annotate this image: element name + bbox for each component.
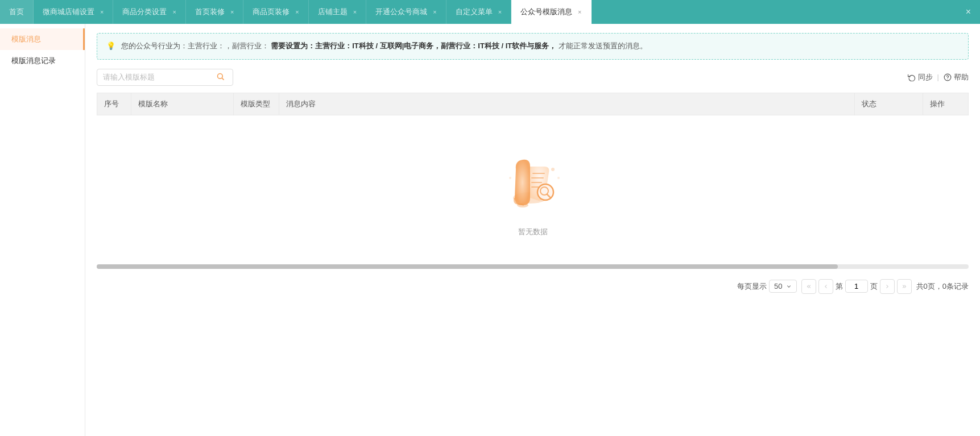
svg-point-12 bbox=[551, 168, 555, 171]
toolbar-right: 同步 | 帮助 bbox=[908, 72, 969, 82]
page-size-select: 每页显示 50 bbox=[737, 280, 796, 293]
notice-icon: 💡 bbox=[106, 41, 115, 50]
empty-icon bbox=[499, 150, 567, 218]
main-layout: 模版消息 模版消息记录 💡 您的公众号行业为：主营行业：，副营行业： 需要设置为… bbox=[0, 24, 980, 436]
col-seq: 序号 bbox=[97, 93, 131, 115]
page-info: 共0页，0条记录 bbox=[916, 281, 969, 292]
col-action: 操作 bbox=[923, 93, 969, 115]
help-button[interactable]: 帮助 bbox=[944, 72, 969, 82]
global-close-button[interactable]: × bbox=[957, 7, 980, 17]
page-nav: 第 页 bbox=[801, 279, 912, 294]
search-input-wrap bbox=[97, 69, 233, 86]
empty-text: 暂无数据 bbox=[518, 227, 548, 237]
close-icon[interactable]: × bbox=[172, 9, 176, 15]
close-icon[interactable]: × bbox=[433, 9, 436, 15]
close-icon[interactable]: × bbox=[230, 9, 234, 15]
toolbar-divider: | bbox=[937, 73, 939, 81]
close-icon[interactable]: × bbox=[353, 9, 357, 15]
tab-home-decor[interactable]: 首页装修 × bbox=[186, 0, 243, 24]
sidebar-item-template-msg[interactable]: 模版消息 bbox=[0, 28, 85, 50]
search-input[interactable] bbox=[103, 73, 214, 81]
tab-open-mall[interactable]: 开通公众号商城 × bbox=[366, 0, 446, 24]
close-icon[interactable]: × bbox=[578, 9, 581, 15]
search-button[interactable] bbox=[214, 72, 227, 82]
page-size-dropdown[interactable]: 50 bbox=[769, 280, 796, 293]
svg-point-13 bbox=[557, 177, 560, 179]
col-content: 消息内容 bbox=[279, 93, 855, 115]
notice-banner: 💡 您的公众号行业为：主营行业：，副营行业： 需要设置为：主营行业：IT科技 /… bbox=[97, 33, 969, 60]
sidebar: 模版消息 模版消息记录 bbox=[0, 24, 85, 436]
table-scroll-thumb[interactable] bbox=[97, 264, 838, 269]
col-type: 模版类型 bbox=[234, 93, 279, 115]
table-scroll-bar[interactable] bbox=[97, 264, 969, 269]
tab-home[interactable]: 首页 bbox=[0, 0, 34, 24]
sync-button[interactable]: 同步 bbox=[908, 72, 933, 82]
pagination: 每页显示 50 bbox=[97, 273, 969, 300]
table-header-row: 序号 模版名称 模版类型 消息内容 状态 操作 bbox=[97, 93, 969, 115]
tab-category-setting[interactable]: 商品分类设置 × bbox=[113, 0, 185, 24]
close-icon[interactable]: × bbox=[295, 9, 299, 15]
tab-template-msg[interactable]: 公众号模版消息 × bbox=[511, 0, 591, 24]
svg-point-15 bbox=[517, 203, 528, 207]
data-table: 序号 模版名称 模版类型 消息内容 状态 操作 bbox=[97, 93, 969, 115]
tab-custom-menu[interactable]: 自定义菜单 × bbox=[446, 0, 511, 24]
next-page-button[interactable] bbox=[880, 279, 895, 294]
tab-product-decor[interactable]: 商品页装修 × bbox=[243, 0, 308, 24]
first-page-button[interactable] bbox=[801, 279, 816, 294]
tab-store-theme[interactable]: 店铺主题 × bbox=[309, 0, 366, 24]
svg-point-14 bbox=[509, 177, 511, 179]
page-input[interactable] bbox=[845, 280, 868, 293]
col-name: 模版名称 bbox=[131, 93, 234, 115]
empty-state: 暂无数据 bbox=[97, 115, 969, 260]
last-page-button[interactable] bbox=[897, 279, 912, 294]
tab-bar: 首页 微商城店铺设置 × 商品分类设置 × 首页装修 × 商品页装修 × 店铺主… bbox=[0, 0, 980, 24]
close-icon[interactable]: × bbox=[100, 9, 104, 15]
sidebar-item-template-msg-log[interactable]: 模版消息记录 bbox=[0, 50, 85, 72]
col-status: 状态 bbox=[855, 93, 923, 115]
tab-shop-setting[interactable]: 微商城店铺设置 × bbox=[34, 0, 113, 24]
prev-page-button[interactable] bbox=[818, 279, 833, 294]
close-icon[interactable]: × bbox=[498, 9, 502, 15]
search-bar: 同步 | 帮助 bbox=[97, 69, 969, 86]
svg-line-1 bbox=[222, 78, 224, 80]
content-area: 💡 您的公众号行业为：主营行业：，副营行业： 需要设置为：主营行业：IT科技 /… bbox=[85, 24, 980, 436]
